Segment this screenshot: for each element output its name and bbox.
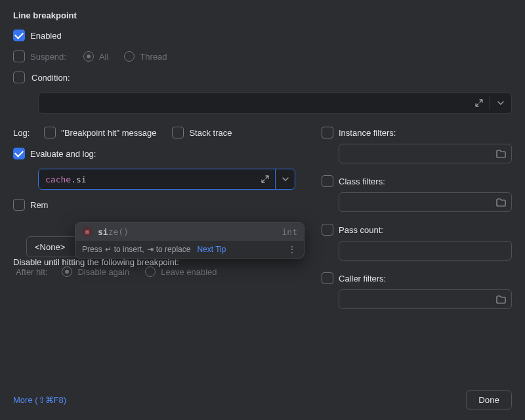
evaluate-label: Evaluate and log: [30,149,96,159]
log-label: Log: [13,128,30,138]
next-tip-link[interactable]: Next Tip [197,245,226,254]
stack-trace-label: Stack trace [189,128,232,138]
instance-filters-label: Instance filters: [339,128,396,138]
instance-filters-input[interactable] [339,144,512,163]
instance-filters-checkbox[interactable] [322,127,333,138]
expr-ident: cache [45,175,71,184]
class-filters-row: Class filters: [322,175,512,187]
suspend-all-radio[interactable] [83,51,94,62]
enabled-checkbox[interactable] [13,30,25,41]
stack-trace-checkbox[interactable] [172,127,184,138]
evaluate-checkbox[interactable] [13,148,25,159]
disable-until-label-visible: Disable until hitting the following brea… [13,257,179,267]
class-filters-checkbox[interactable] [322,175,333,187]
remove-checkbox[interactable] [13,199,25,211]
evaluate-row: Evaluate and log: [13,148,295,159]
after-hit-row: After hit: Disable again Leave enabled [16,266,295,277]
suspend-all-label: All [99,52,108,62]
suspend-label: Suspend: [30,52,66,62]
pass-count-input[interactable] [339,241,512,261]
expand-icon[interactable] [469,93,490,113]
instance-filters-row: Instance filters: [322,127,512,138]
folder-icon [496,295,506,304]
enabled-row: Enabled [13,30,512,41]
completion-return-type: int [282,227,297,237]
pass-count-checkbox[interactable] [322,224,333,236]
suspend-checkbox[interactable] [13,51,25,62]
folder-icon [496,150,506,158]
condition-checkbox[interactable] [13,72,25,83]
expr-dot: . [71,175,76,184]
caller-filters-checkbox[interactable] [322,272,333,284]
chevron-down-icon[interactable] [275,169,295,189]
after-hit-label: After hit: [16,267,47,277]
condition-label: Condition: [30,73,70,83]
log-hit-label: "Breakpoint hit" message [61,128,156,138]
method-badge-icon: m [82,226,93,237]
disable-again-radio[interactable] [62,266,72,277]
suspend-row: Suspend: All Thread [13,51,512,62]
remove-label: Rem [30,200,48,210]
disable-again-label: Disable again [77,267,129,277]
suspend-thread-label: Thread [140,52,167,62]
condition-row: Condition: [13,72,512,83]
log-row: Log: "Breakpoint hit" message Stack trac… [13,127,295,138]
disable-until-value: <None> [35,242,65,252]
pass-count-row: Pass count: [322,224,512,236]
caller-filters-label: Caller filters: [339,274,386,284]
pass-count-label: Pass count: [339,225,383,235]
more-menu-icon[interactable]: ⋮ [287,245,297,254]
completion-method: size() [98,227,129,237]
expand-icon[interactable] [255,169,275,189]
dialog-title: Line breakpoint [13,10,512,20]
class-filters-label: Class filters: [339,177,385,186]
class-filters-input[interactable] [339,192,512,212]
log-hit-checkbox[interactable] [44,127,56,138]
leave-enabled-radio[interactable] [145,266,156,277]
done-button[interactable]: Done [466,390,512,410]
caller-filters-input[interactable] [339,289,512,309]
condition-input[interactable] [38,93,512,114]
completion-popup: m size() int Press ↵ to insert, ⇥ to rep… [75,222,304,259]
enabled-label: Enabled [30,31,62,41]
leave-enabled-label: Leave enabled [161,267,217,277]
expr-call: si [76,175,87,184]
suspend-thread-radio[interactable] [124,51,135,62]
chevron-down-icon[interactable] [490,93,511,113]
caller-filters-row: Caller filters: [322,272,512,284]
evaluate-input[interactable]: cache.si [38,169,295,190]
completion-hint: Press ↵ to insert, ⇥ to replace Next Tip… [75,241,304,258]
more-link[interactable]: More (⇧⌘F8) [13,395,66,405]
folder-icon [496,198,506,207]
completion-item[interactable]: m size() int [75,222,304,241]
remove-row: Rem [13,199,295,211]
